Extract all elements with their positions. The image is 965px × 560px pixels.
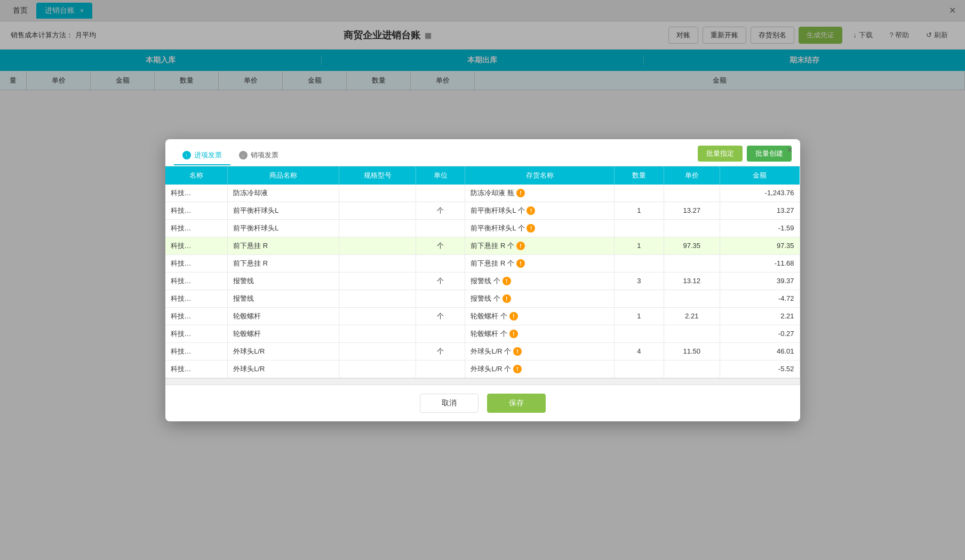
table-row[interactable]: 科技… 防冻冷却液 防冻冷却液 瓶 ! -1,243.76 — [165, 185, 800, 202]
cell-product: 外球头L/R — [228, 342, 339, 360]
cell-inventory: 外球头L/R 个 ! — [465, 342, 615, 360]
cell-amount: 46.01 — [720, 342, 800, 360]
cell-inventory: 轮毂螺杆 个 ! — [465, 307, 615, 325]
cell-amount: 2.21 — [720, 307, 800, 325]
save-button[interactable]: 保存 — [487, 394, 546, 413]
cell-unit-price — [664, 325, 720, 342]
cell-product: 轮毂螺杆 — [228, 307, 339, 325]
warning-icon: ! — [527, 224, 535, 233]
cell-unit-price: 2.21 — [664, 307, 720, 325]
cell-quantity: 3 — [615, 272, 664, 290]
cell-company: 科技… — [165, 342, 228, 360]
cell-amount: 13.27 — [720, 202, 800, 219]
table-row[interactable]: 科技… 轮毂螺杆 轮毂螺杆 个 ! -0.27 — [165, 325, 800, 342]
cancel-button[interactable]: 取消 — [420, 394, 478, 413]
cell-company: 科技… — [165, 307, 228, 325]
batch-create-button[interactable]: 批量创建 — [747, 146, 792, 162]
modal-dialog: ↑ 进项发票 ↓ 销项发票 批量指定 批量创建 × 名称 — [165, 139, 800, 421]
cell-unit: 个 — [416, 342, 465, 360]
table-row[interactable]: 科技… 报警线 个 报警线 个 ! 3 13.12 39.37 — [165, 272, 800, 290]
th-company: 名称 — [165, 166, 228, 185]
table-row[interactable]: 科技… 轮毂螺杆 个 轮毂螺杆 个 ! 1 2.21 2.21 — [165, 307, 800, 325]
cell-inventory: 前平衡杆球头L 个 ! — [465, 202, 615, 219]
cell-spec — [339, 237, 416, 254]
cell-inventory: 报警线 个 ! — [465, 272, 615, 290]
cell-quantity: 1 — [615, 237, 664, 254]
table-row[interactable]: 科技… 外球头L/R 个 外球头L/R 个 ! 4 11.50 46.01 — [165, 342, 800, 360]
cell-unit: 个 — [416, 307, 465, 325]
cell-unit-price — [664, 219, 720, 237]
cell-amount: -0.27 — [720, 325, 800, 342]
tab-sales-invoice[interactable]: ↓ 销项发票 — [230, 146, 287, 165]
cell-inventory: 外球头L/R 个 ! — [465, 360, 615, 378]
th-unit-price: 单价 — [664, 166, 720, 185]
warning-icon: ! — [516, 189, 525, 197]
cell-company: 科技… — [165, 254, 228, 272]
cell-unit: 个 — [416, 272, 465, 290]
cell-spec — [339, 185, 416, 202]
cell-spec — [339, 307, 416, 325]
cell-unit-price — [664, 290, 720, 307]
cell-product: 前下悬挂 R — [228, 237, 339, 254]
cell-product: 报警线 — [228, 272, 339, 290]
table-row[interactable]: 科技… 报警线 报警线 个 ! -4.72 — [165, 290, 800, 307]
th-spec: 规格型号 — [339, 166, 416, 185]
cell-quantity — [615, 185, 664, 202]
warning-icon: ! — [527, 206, 535, 215]
sales-tab-icon: ↓ — [239, 151, 248, 159]
cell-unit-price: 11.50 — [664, 342, 720, 360]
warning-icon: ! — [509, 330, 518, 338]
modal-header-actions: 批量指定 批量创建 — [698, 146, 792, 166]
modal-header: ↑ 进项发票 ↓ 销项发票 批量指定 批量创建 × — [165, 139, 800, 166]
cell-quantity — [615, 219, 664, 237]
cell-inventory: 轮毂螺杆 个 ! — [465, 325, 615, 342]
cell-quantity — [615, 360, 664, 378]
modal-close-button[interactable]: × — [787, 145, 793, 156]
tab-purchase-invoice[interactable]: ↑ 进项发票 — [174, 146, 230, 165]
table-row[interactable]: 科技… 前平衡杆球头L 个 前平衡杆球头L 个 ! 1 13.27 13.27 — [165, 202, 800, 219]
cell-amount: -1.59 — [720, 219, 800, 237]
cell-amount: -11.68 — [720, 254, 800, 272]
cell-company: 科技… — [165, 325, 228, 342]
cell-amount: -5.52 — [720, 360, 800, 378]
cell-company: 科技… — [165, 237, 228, 254]
cell-quantity: 4 — [615, 342, 664, 360]
cell-company: 科技… — [165, 360, 228, 378]
cell-company: 科技… — [165, 202, 228, 219]
cell-product: 轮毂螺杆 — [228, 325, 339, 342]
cell-unit — [416, 219, 465, 237]
table-row[interactable]: 科技… 前平衡杆球头L 前平衡杆球头L 个 ! -1.59 — [165, 219, 800, 237]
cell-spec — [339, 290, 416, 307]
table-row[interactable]: 科技… 前下悬挂 R 个 前下悬挂 R 个 ! 1 97.35 97.35 — [165, 237, 800, 254]
cell-amount: -1,243.76 — [720, 185, 800, 202]
cell-spec — [339, 202, 416, 219]
cell-quantity: 1 — [615, 307, 664, 325]
cell-company: 科技… — [165, 272, 228, 290]
table-row[interactable]: 科技… 前下悬挂 R 前下悬挂 R 个 ! -11.68 — [165, 254, 800, 272]
modal-overlay: ↑ 进项发票 ↓ 销项发票 批量指定 批量创建 × 名称 — [0, 0, 965, 560]
horizontal-scrollbar[interactable] — [165, 378, 800, 385]
cell-product: 前平衡杆球头L — [228, 202, 339, 219]
cell-unit-price — [664, 254, 720, 272]
modal-table[interactable]: 名称 商品名称 规格型号 单位 存货名称 数量 单价 金额 科技… 防冻冷却液 — [165, 166, 800, 378]
cell-spec — [339, 254, 416, 272]
th-unit: 单位 — [416, 166, 465, 185]
warning-icon: ! — [516, 242, 525, 250]
table-body: 科技… 防冻冷却液 防冻冷却液 瓶 ! -1,243.76 科技… 前平衡杆球头… — [165, 185, 800, 378]
cell-unit — [416, 290, 465, 307]
th-amount: 金额 — [720, 166, 800, 185]
batch-designate-button[interactable]: 批量指定 — [698, 146, 743, 162]
cell-inventory: 前下悬挂 R 个 ! — [465, 254, 615, 272]
cell-unit — [416, 325, 465, 342]
cell-unit — [416, 185, 465, 202]
table-row[interactable]: 科技… 外球头L/R 外球头L/R 个 ! -5.52 — [165, 360, 800, 378]
cell-product: 防冻冷却液 — [228, 185, 339, 202]
cell-inventory: 前平衡杆球头L 个 ! — [465, 219, 615, 237]
app-container: 首页 进销台账 × ✕ 销售成本计算方法： 月平均 商贸企业进销台账 ▦ 对账 … — [0, 0, 965, 560]
th-inventory: 存货名称 — [465, 166, 615, 185]
cell-product: 前下悬挂 R — [228, 254, 339, 272]
cell-inventory: 防冻冷却液 瓶 ! — [465, 185, 615, 202]
modal-footer: 取消 保存 — [165, 385, 800, 421]
warning-icon: ! — [503, 294, 511, 303]
warning-icon: ! — [503, 277, 511, 285]
